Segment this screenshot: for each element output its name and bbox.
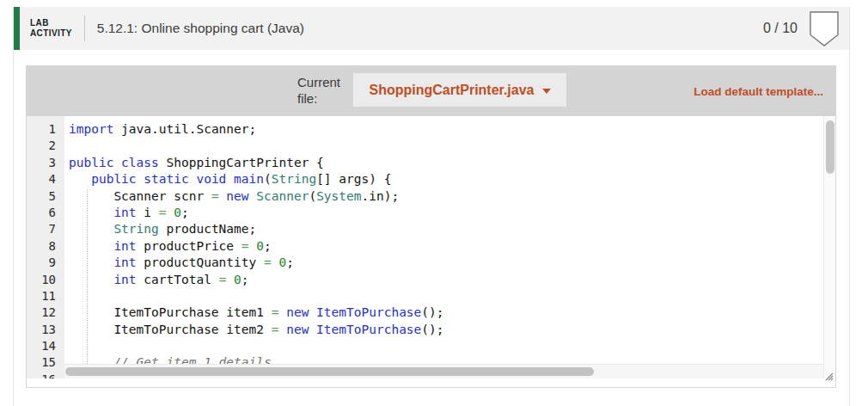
code-line: 12 ItemToPurchase item1 = new ItemToPurc… (27, 304, 835, 321)
code-line-text: public static void main(String[] args) { (64, 171, 391, 188)
code-line-text: int productQuantity = 0; (64, 255, 294, 271)
code-line: 14 (27, 338, 835, 354)
code-line-text (64, 338, 69, 354)
header-divider (84, 15, 85, 41)
code-line-text: ItemToPurchase item1 = new ItemToPurchas… (64, 304, 444, 321)
current-file-label-line1: Current (297, 74, 358, 90)
line-number: 4 (27, 171, 64, 188)
code-line-text (64, 138, 69, 154)
code-line: 13 ItemToPurchase item2 = new ItemToPurc… (27, 322, 835, 338)
code-editor-area[interactable]: 1import java.util.Scanner;23public class… (27, 116, 835, 387)
code-line: 11 (27, 288, 835, 304)
code-line-text: ItemToPurchase item2 = new ItemToPurchas… (64, 322, 444, 338)
code-line: 10 int cartTotal = 0; (27, 272, 835, 288)
code-line: 4 public static void main(String[] args)… (27, 171, 835, 188)
code-line-text: import java.util.Scanner; (64, 121, 256, 138)
code-line-text: String productName; (64, 221, 256, 237)
horizontal-scrollbar-thumb[interactable] (65, 367, 594, 376)
horizontal-scrollbar[interactable] (64, 364, 823, 378)
line-number: 12 (27, 304, 64, 321)
code-line: 3public class ShoppingCartPrinter { (27, 155, 835, 171)
code-line: 1import java.util.Scanner; (27, 121, 835, 138)
score-text: 0 / 10 (763, 21, 798, 36)
code-line-text: int productPrice = 0; (64, 238, 272, 255)
line-number: 6 (27, 205, 64, 221)
score-shield-icon (810, 11, 839, 46)
line-number: 7 (27, 221, 64, 237)
code-line-text: int cartTotal = 0; (64, 272, 249, 288)
code-line-text: int i = 0; (64, 205, 189, 221)
code-line-text (64, 288, 69, 304)
code-lines-container[interactable]: 1import java.util.Scanner;23public class… (27, 116, 835, 387)
line-number: 10 (27, 272, 64, 288)
line-number: 1 (27, 121, 64, 138)
code-line: 8 int productPrice = 0; (27, 238, 835, 255)
lab-activity-header: LAB ACTIVITY 5.12.1: Online shopping car… (14, 7, 849, 50)
lab-activity-label: LAB ACTIVITY (30, 18, 72, 39)
line-number: 14 (27, 338, 64, 354)
file-dropdown[interactable]: ShoppingCartPrinter.java (353, 73, 566, 107)
resize-handle-icon[interactable] (824, 372, 834, 381)
chevron-down-icon (542, 89, 551, 94)
line-number: 5 (27, 188, 64, 205)
line-number: 11 (27, 288, 64, 304)
line-number: 3 (27, 155, 64, 171)
current-file-label: Current file: (297, 74, 358, 107)
code-line: 5 Scanner scnr = new Scanner(System.in); (27, 188, 835, 205)
current-file-label-line2: file: (297, 90, 358, 107)
code-line: 7 String productName; (27, 221, 835, 237)
line-number: 2 (27, 138, 64, 154)
editor-toolbar: Current file: ShoppingCartPrinter.java L… (27, 66, 835, 116)
code-line: 6 int i = 0; (27, 205, 835, 221)
load-default-template-button[interactable]: Load default template... (694, 85, 823, 98)
vertical-scrollbar[interactable] (823, 116, 835, 378)
code-editor-widget: Current file: ShoppingCartPrinter.java L… (26, 65, 836, 388)
code-line: 9 int productQuantity = 0; (27, 255, 835, 271)
indent-guide (87, 189, 88, 366)
line-number: 13 (27, 322, 64, 338)
activity-accent-bar (14, 7, 20, 50)
activity-title: 5.12.1: Online shopping cart (Java) (97, 21, 304, 36)
code-line-text: Scanner scnr = new Scanner(System.in); (64, 188, 399, 205)
line-number: 8 (27, 238, 64, 255)
file-dropdown-selected: ShoppingCartPrinter.java (369, 83, 534, 98)
line-number: 15 (27, 354, 64, 371)
lab-activity-label-line1: LAB (30, 18, 72, 28)
lab-activity-label-line2: ACTIVITY (30, 28, 72, 39)
code-line: 2 (27, 138, 835, 154)
lab-activity-card: LAB ACTIVITY 5.12.1: Online shopping car… (13, 7, 850, 406)
editor-bottom-strip (27, 378, 835, 387)
vertical-scrollbar-thumb[interactable] (826, 120, 834, 174)
line-number: 9 (27, 255, 64, 271)
code-line-text: public class ShoppingCartPrinter { (64, 155, 324, 171)
